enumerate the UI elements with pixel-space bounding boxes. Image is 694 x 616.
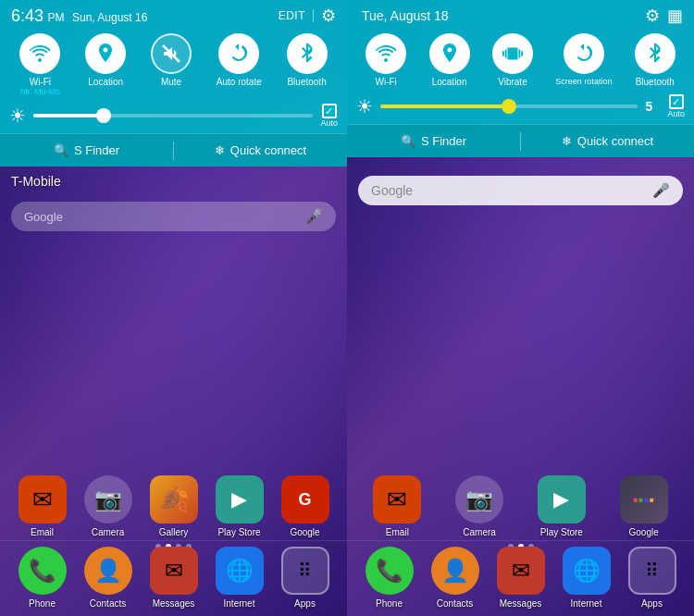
vibrate-icon-2	[492, 33, 533, 74]
toggle-screenrotation-2[interactable]: Screen rotation	[555, 33, 612, 87]
mute-label-1: Mute	[161, 77, 181, 87]
mute-icon-1	[151, 33, 192, 74]
brightness-row-1: ☀ ✓ Auto	[0, 102, 347, 133]
snowflake-icon-2: ❄	[562, 134, 572, 148]
google-text-1: Google	[24, 210, 63, 224]
google-search-2[interactable]: Google 🎤	[358, 176, 683, 205]
dock-contacts-2[interactable]: 👤 Contacts	[431, 547, 479, 609]
ampm-1: PM	[48, 11, 65, 24]
mic-icon-2[interactable]: 🎤	[652, 182, 670, 199]
s-finder-button-1[interactable]: 🔍 S Finder	[0, 134, 173, 166]
app-camera-2[interactable]: 📷 Camera	[455, 475, 503, 537]
carrier-label-1: T-Mobile	[11, 174, 61, 189]
app-playstore-1[interactable]: ▶ Play Store	[216, 475, 264, 537]
status-bar-right-2: ⚙ ▦	[645, 6, 683, 26]
contacts-icon-1: 👤	[84, 547, 132, 595]
toggle-wifi-1[interactable]: Wi-Fi Mr. Mo-Mo	[19, 33, 60, 96]
contacts-label-1: Contacts	[90, 598, 126, 609]
toggle-vibrate-2[interactable]: Vibrate	[492, 33, 533, 87]
app-row-1: ✉ Email 📷 Camera 🍂 Gallery ▶ Play Store …	[0, 475, 347, 537]
auto-label-2: Auto	[667, 109, 685, 118]
time-display-1: 6:43 PM Sun, August 16	[11, 6, 147, 26]
divider-1	[313, 9, 314, 22]
dock-internet-2[interactable]: 🌐 Internet	[563, 547, 611, 609]
finder-row-1: 🔍 S Finder ❄ Quick connect	[0, 133, 347, 166]
rotate-label-1: Auto rotate	[217, 77, 262, 87]
status-bar-1: 6:43 PM Sun, August 16 EDIT ⚙	[0, 0, 347, 30]
settings-icon-2[interactable]: ⚙	[645, 6, 660, 26]
s-finder-label-2: S Finder	[421, 134, 466, 148]
internet-icon-2: 🌐	[563, 547, 611, 595]
quick-toggles-2: Wi-Fi Location Vibrate Scr	[347, 30, 694, 92]
mic-icon-1[interactable]: 🎤	[305, 208, 323, 225]
app-email-1[interactable]: ✉ Email	[19, 475, 67, 537]
camera-icon-1: 📷	[84, 475, 132, 524]
grid-icon-2[interactable]: ▦	[667, 6, 683, 26]
quick-connect-label-1: Quick connect	[230, 143, 306, 157]
brightness-auto-1[interactable]: ✓ Auto	[320, 104, 338, 128]
toggle-mute-1[interactable]: Mute	[151, 33, 192, 96]
app-camera-1[interactable]: 📷 Camera	[84, 475, 132, 537]
toggle-wifi-2[interactable]: Wi-Fi	[366, 33, 406, 87]
bluetooth-icon-2	[635, 33, 675, 74]
playstore-icon-2: ▶	[538, 475, 586, 524]
dock-row-1: 📞 Phone 👤 Contacts ✉ Messages 🌐 Internet…	[0, 540, 347, 609]
messages-label-2: Messages	[500, 598, 542, 609]
brightness-track-2[interactable]	[380, 105, 638, 108]
brightness-track-1[interactable]	[33, 114, 313, 117]
notification-panel-2: Tue, August 18 ⚙ ▦ Wi-Fi Location	[347, 0, 694, 157]
toggle-location-1[interactable]: Location	[85, 33, 126, 96]
google-search-1[interactable]: Google 🎤	[11, 202, 336, 231]
internet-label-2: Internet	[571, 598, 602, 609]
s-finder-button-2[interactable]: 🔍 S Finder	[347, 125, 520, 157]
google-text-2: Google	[371, 183, 413, 198]
apps-label-2: Apps	[641, 598, 663, 609]
app-google-2[interactable]: ■■ ■■ Google	[620, 475, 668, 537]
dock-contacts-1[interactable]: 👤 Contacts	[84, 547, 132, 609]
gallery-label-1: Gallery	[159, 527, 189, 537]
toggle-location-2[interactable]: Location	[429, 33, 470, 87]
settings-icon-1[interactable]: ⚙	[321, 6, 336, 26]
dock-phone-1[interactable]: 📞 Phone	[19, 547, 67, 609]
app-email-2[interactable]: ✉ Email	[373, 475, 421, 537]
screenrotation-label-2: Screen rotation	[555, 77, 612, 87]
brightness-num-2: 5	[645, 99, 660, 114]
s-finder-label-1: S Finder	[74, 143, 119, 157]
time-1: 6:43	[11, 6, 43, 25]
dock-apps-1[interactable]: ⠿ Apps	[281, 547, 329, 609]
toggle-rotate-1[interactable]: Auto rotate	[217, 33, 262, 96]
toggle-bluetooth-1[interactable]: Bluetooth	[287, 33, 328, 96]
location-icon-1	[85, 33, 126, 74]
dock-phone-2[interactable]: 📞 Phone	[366, 547, 414, 609]
search-icon-2: 🔍	[401, 134, 415, 148]
toggle-bluetooth-2[interactable]: Bluetooth	[635, 33, 675, 87]
bluetooth-label-1: Bluetooth	[287, 77, 326, 87]
edit-button-1[interactable]: EDIT	[279, 9, 305, 22]
date-display-2: Tue, August 18	[358, 7, 449, 24]
location-label-1: Location	[88, 77, 123, 87]
app-gallery-1[interactable]: 🍂 Gallery	[150, 475, 198, 537]
dock-messages-2[interactable]: ✉ Messages	[497, 547, 545, 609]
google-label-2: Google	[629, 527, 659, 537]
date-1: Sun, August 16	[72, 11, 147, 24]
app-playstore-2[interactable]: ▶ Play Store	[538, 475, 586, 537]
dock-apps-2[interactable]: ⠿ Apps	[628, 547, 676, 609]
brightness-row-2: ☀ 5 ✓ Auto	[347, 92, 694, 124]
quick-connect-button-1[interactable]: ❄ Quick connect	[174, 134, 347, 166]
search-icon-1: 🔍	[54, 143, 68, 157]
gallery-icon-1: 🍂	[150, 475, 198, 524]
phone-icon-1: 📞	[19, 547, 67, 595]
rotate-icon-1	[218, 33, 259, 74]
auto-checkbox-2[interactable]: ✓	[669, 94, 684, 109]
messages-icon-2: ✉	[497, 547, 545, 595]
brightness-auto-2[interactable]: ✓ Auto	[667, 94, 685, 118]
dock-internet-1[interactable]: 🌐 Internet	[216, 547, 264, 609]
app-row-2: ✉ Email 📷 Camera ▶ Play Store ■■ ■■ Goog…	[347, 475, 694, 537]
auto-checkbox-1[interactable]: ✓	[322, 104, 337, 118]
contacts-label-2: Contacts	[437, 598, 473, 609]
quick-connect-button-2[interactable]: ❄ Quick connect	[521, 125, 694, 157]
wifi-sublabel-1: Mr. Mo-Mo	[20, 87, 60, 96]
brightness-icon-2: ☀	[356, 95, 373, 117]
dock-messages-1[interactable]: ✉ Messages	[150, 547, 198, 609]
app-google-1[interactable]: G Google	[281, 475, 329, 537]
